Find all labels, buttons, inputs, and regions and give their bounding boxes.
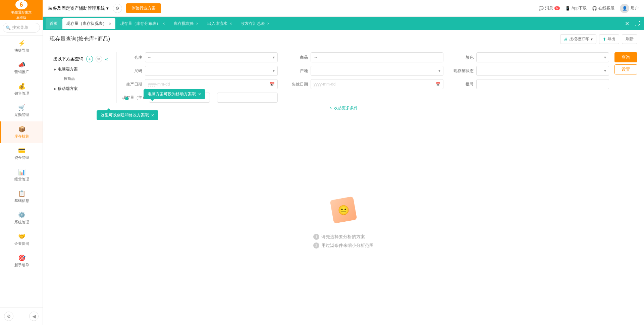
sidebar-item-system[interactable]: ⚙️ 系统管理 xyxy=(0,207,43,229)
origin-select[interactable]: ▾ xyxy=(311,66,443,76)
export-button[interactable]: ⬆ 导出 xyxy=(599,34,619,44)
user-label: 用户 xyxy=(631,5,639,11)
page-title: 现存量查询(按仓库+商品) xyxy=(50,36,110,43)
hint-item-2: 2 用过滤条件来缩小分析范围 xyxy=(313,242,374,249)
tab-collect-close[interactable]: ✕ xyxy=(267,22,270,25)
tooltip2-close-button[interactable]: ✕ xyxy=(151,113,154,118)
batch-label: 批号 xyxy=(453,82,474,87)
support-label: 在线客服 xyxy=(598,5,614,11)
collapse-label: 收起更多条件 xyxy=(334,106,358,110)
quick-label: 快捷导航 xyxy=(14,48,29,53)
notice-icon: 💬 xyxy=(539,6,544,11)
tab-batch-close[interactable]: ✕ xyxy=(196,22,199,25)
desktop-arrow-icon: ▶ xyxy=(54,67,56,71)
industry-btn[interactable]: 体验行业方案 xyxy=(126,3,161,13)
expiry-date-placeholder: yyyy-mm-dd xyxy=(314,82,335,87)
topbar: 装备及固定资产辅助管理系统 ▾ ⚙ 体验行业方案 💬 消息 6 📱 App下载 … xyxy=(43,0,644,17)
sidebar-item-basic[interactable]: 📋 基础信息 xyxy=(0,186,43,207)
expiry-date-input[interactable]: yyyy-mm-dd 📅 xyxy=(311,79,443,89)
sidebar-item-collab[interactable]: 🤝 企业协同 xyxy=(0,229,43,250)
print-icon: 🖨 xyxy=(564,37,568,42)
stock-status-filter-row: 现存量状态 ▾ xyxy=(453,66,609,76)
size-dropdown-icon: ▾ xyxy=(273,68,275,73)
size-select[interactable]: ▾ xyxy=(145,66,278,76)
tab-batch[interactable]: 库存批次账 ✕ xyxy=(170,18,203,29)
hint-text-2: 用过滤条件来缩小分析范围 xyxy=(321,242,374,249)
product-filter-row: 商品 ··· xyxy=(288,52,443,62)
tooltip1-close-button[interactable]: ✕ xyxy=(198,92,201,97)
tab-home[interactable]: 首页 xyxy=(46,18,62,29)
tab-collect[interactable]: 收发存汇总表 ✕ xyxy=(237,18,274,29)
color-select[interactable]: ▾ xyxy=(476,52,609,62)
filter-top-row: 按以下方案查询 + ✏ « xyxy=(53,56,113,62)
user-profile[interactable]: 👤 用户 xyxy=(620,4,639,13)
stock-main-max-input[interactable] xyxy=(217,93,278,103)
sidebar-item-operation[interactable]: 📊 经营管理 xyxy=(0,164,43,186)
search-menu-input[interactable]: 🔍 搜索菜单 xyxy=(3,23,40,33)
sub-scheme-item[interactable]: 按商品 xyxy=(58,75,113,83)
sidebar-item-finance[interactable]: 💳 资金管理 xyxy=(0,143,43,164)
scheme-mobile-group[interactable]: ▶ 移动端方案 xyxy=(53,85,113,93)
sales-label: 销售管理 xyxy=(14,91,29,96)
tab-inventory-dist[interactable]: 现存量（库存分布表） ✕ xyxy=(116,18,169,29)
sidebar-item-purchase[interactable]: 🛒 采购管理 xyxy=(0,100,43,121)
empty-illustration xyxy=(327,195,360,228)
maximize-button[interactable]: ⛶ xyxy=(633,19,641,28)
warehouse-select[interactable]: ··· ▾ xyxy=(145,52,278,62)
guide-label: 新手引导 xyxy=(14,263,29,268)
system-label: 系统管理 xyxy=(14,220,29,225)
topbar-left: 装备及固定资产辅助管理系统 ▾ ⚙ 体验行业方案 xyxy=(48,3,161,13)
add-scheme-button[interactable]: + xyxy=(86,56,93,62)
quick-icon: ⚡ xyxy=(18,40,25,47)
print-dropdown-icon: ▾ xyxy=(591,37,593,42)
tab-batch-label: 库存批次账 xyxy=(174,21,194,26)
warehouse-dots: ··· xyxy=(148,55,151,60)
settings-button[interactable]: ⚙ xyxy=(4,312,13,321)
sidebar-item-guide[interactable]: 🎯 新手引导 xyxy=(0,250,43,272)
origin-dropdown-icon: ▾ xyxy=(438,68,440,73)
scheme-sub-items: 按商品 xyxy=(53,75,113,83)
tab-inventory-dist-close[interactable]: ✕ xyxy=(162,22,165,25)
manufacture-date-placeholder: yyyy-mm-dd xyxy=(148,82,170,87)
action-buttons: 查询 设置 xyxy=(614,52,637,103)
refresh-button[interactable]: 刷新 xyxy=(622,34,637,44)
stock-status-select[interactable]: ▾ xyxy=(476,66,609,76)
sidebar-search-area[interactable]: 🔍 搜索菜单 xyxy=(0,20,43,36)
support-button[interactable]: 🎧 在线客服 xyxy=(592,5,614,11)
calendar-icon: 📅 xyxy=(270,82,275,87)
back-button[interactable]: « xyxy=(105,56,108,62)
app-download-button[interactable]: 📱 App下载 xyxy=(565,5,587,11)
close-all-button[interactable]: ✕ xyxy=(624,19,631,28)
product-dots: ··· xyxy=(314,55,317,60)
sidebar: 6 畅捷通好生意 标准版 🔍 搜索菜单 ⚡ 快捷导航 📣 营销推广 💰 销售管理… xyxy=(0,0,43,325)
settings-gear-button[interactable]: ⚙ xyxy=(113,4,122,13)
system-name-dropdown[interactable]: 装备及固定资产辅助管理系统 ▾ xyxy=(48,5,109,11)
tooltip1-connector-dot xyxy=(125,97,128,100)
inventory-icon: 📦 xyxy=(18,125,25,133)
search-button[interactable]: 查询 xyxy=(614,52,637,62)
tooltip-scheme-create: 这里可以创建和修改方案哦 ✕ xyxy=(97,110,158,120)
dropdown-chevron-icon: ▾ xyxy=(106,6,109,11)
product-label: 商品 xyxy=(288,55,308,60)
batch-input[interactable] xyxy=(476,79,609,89)
origin-filter-row: 产地 ▾ xyxy=(288,66,443,76)
collapse-sidebar-button[interactable]: ◀ xyxy=(29,312,39,321)
tab-inventory-status-close[interactable]: ✕ xyxy=(109,22,111,25)
guide-icon: 🎯 xyxy=(18,254,25,262)
sidebar-item-sales[interactable]: 💰 销售管理 xyxy=(0,78,43,100)
edit-scheme-button[interactable]: ✏ xyxy=(96,56,102,62)
manufacture-date-input[interactable]: yyyy-mm-dd 📅 xyxy=(145,79,278,89)
tab-flow-close[interactable]: ✕ xyxy=(229,22,232,25)
marketing-label: 营销推广 xyxy=(14,69,29,74)
scheme-desktop-group[interactable]: ▶ 电脑端方案 xyxy=(53,65,113,73)
product-select[interactable]: ··· xyxy=(311,52,443,62)
sidebar-item-inventory[interactable]: 📦 库存核算 xyxy=(0,121,43,143)
notice-button[interactable]: 💬 消息 6 xyxy=(539,5,560,11)
reset-button[interactable]: 设置 xyxy=(614,64,637,74)
sidebar-item-marketing[interactable]: 📣 营销推广 xyxy=(0,57,43,78)
sidebar-item-quick[interactable]: ⚡ 快捷导航 xyxy=(0,36,43,57)
tab-flow[interactable]: 出入库流水 ✕ xyxy=(203,18,236,29)
print-button[interactable]: 🖨 按模板打印 ▾ xyxy=(560,34,596,44)
tab-inventory-status[interactable]: 现存量（库存状况表） ✕ xyxy=(62,18,115,29)
notice-badge: 6 xyxy=(554,6,560,10)
